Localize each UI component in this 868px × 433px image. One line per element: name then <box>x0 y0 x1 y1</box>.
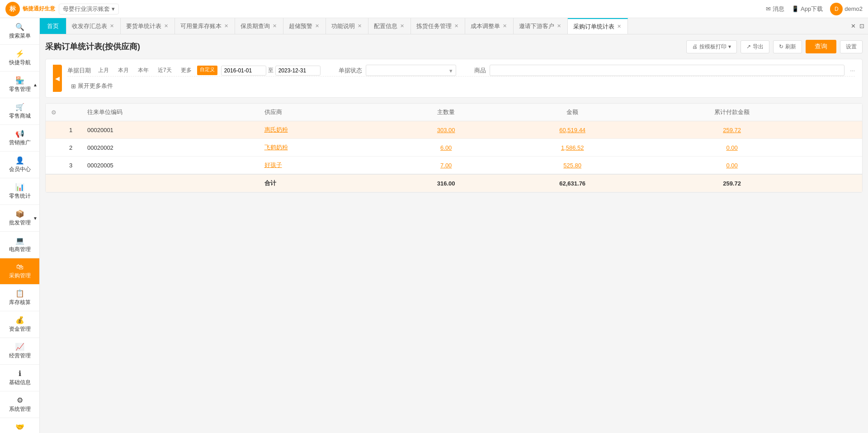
custom-badge: 自定义 <box>197 66 217 75</box>
tab-close-invite-downstream[interactable]: ✕ <box>556 23 562 29</box>
sidebar-item-retail-store[interactable]: 🛒 零售商城 <box>0 98 39 125</box>
supplier-link-1[interactable]: 惠氏奶粉 <box>264 126 288 133</box>
refresh-button[interactable]: ↻ 刷新 <box>773 40 802 53</box>
date-shortcuts: 上月 本月 本年 近7天 更多 自定义 <box>94 66 217 75</box>
sidebar-item-basic-info[interactable]: ℹ 基础信息 <box>0 365 39 391</box>
settings-button[interactable]: 设置 <box>840 40 863 53</box>
tab-cost-adjust[interactable]: 成本调整单 ✕ <box>465 18 514 34</box>
ecommerce-icon: 💻 <box>2 236 38 245</box>
tab-overstock-warning[interactable]: 超储预警 ✕ <box>283 18 326 34</box>
tab-receive-summary[interactable]: 收发存汇总表 ✕ <box>66 18 121 34</box>
maximize-button[interactable]: ⊡ <box>859 23 864 29</box>
page-content: 采购订单统计表(按供应商) 🖨 按模板打印 ▾ ↗ 导出 ↻ 刷新 <box>40 34 868 433</box>
expand-icon: ⊞ <box>71 83 76 90</box>
sidebar-item-retail-stats[interactable]: 📊 零售统计 <box>0 178 39 205</box>
amount-link-3[interactable]: 525.80 <box>563 162 581 169</box>
tab-close-function-desc[interactable]: ✕ <box>357 23 363 29</box>
row-amount-1: 60,519.44 <box>501 121 643 139</box>
shortcut-last-7-days[interactable]: 近7天 <box>154 66 175 75</box>
message-button[interactable]: ✉ 消息 <box>766 5 784 13</box>
tab-close-overstock-warning[interactable]: ✕ <box>314 23 320 29</box>
footer-main-qty: 316.00 <box>391 174 501 192</box>
table-row: 1 00020001 惠氏奶粉 303.00 60,519.44 <box>46 121 862 139</box>
sidebar: 🔍 搜索菜单 ⚡ 快捷导航 🏪 零售管理 ▲ 🛒 零售商城 📢 营销推广 👤 会… <box>0 18 40 433</box>
sidebar-item-marketing[interactable]: 📢 营销推广 <box>0 125 39 152</box>
app-download-button[interactable]: 📱 App下载 <box>792 5 823 13</box>
shortcut-this-month[interactable]: 本月 <box>114 66 132 75</box>
paid-amount-link-2[interactable]: 0.00 <box>726 144 737 151</box>
supplier-link-3[interactable]: 好孩子 <box>264 162 282 168</box>
message-icon: ✉ <box>766 5 771 12</box>
goods-input[interactable] <box>490 65 844 76</box>
chevron-down-icon: ▾ <box>112 5 115 12</box>
page-header: 采购订单统计表(按供应商) 🖨 按模板打印 ▾ ↗ 导出 ↻ 刷新 <box>45 40 863 53</box>
supplier-link-2[interactable]: 飞鹤奶粉 <box>264 144 288 151</box>
tab-close-expiry-query[interactable]: ✕ <box>272 23 278 29</box>
user-profile[interactable]: D demo2 <box>830 3 863 15</box>
sidebar-item-sys-mgmt[interactable]: ⚙ 系统管理 <box>0 391 39 418</box>
row-extra-2 <box>821 139 862 157</box>
sidebar-item-wholesale-mgmt[interactable]: 📦 批发管理 ▼ <box>0 205 39 232</box>
goods-input-more[interactable]: ··· <box>850 67 855 74</box>
paid-amount-link-1[interactable]: 259.72 <box>723 127 741 133</box>
date-to-input[interactable] <box>275 66 321 76</box>
main-qty-link-3[interactable]: 7.00 <box>440 162 452 169</box>
export-button[interactable]: ↗ 导出 <box>741 40 769 53</box>
sidebar-item-enterprise-collab[interactable]: 🤝 企业协同 <box>0 418 39 433</box>
main-qty-link-1[interactable]: 303.00 <box>437 127 455 133</box>
sidebar-item-quick-nav[interactable]: ⚡ 快捷导航 <box>0 45 39 71</box>
row-expand <box>46 157 64 175</box>
main-qty-link-2[interactable]: 6.00 <box>440 144 452 151</box>
content-area: 首页 收发存汇总表 ✕ 要货单统计表 ✕ 可用量库存账本 ✕ 保质期查询 ✕ 超… <box>40 18 868 433</box>
sidebar-item-search[interactable]: 🔍 搜索菜单 <box>0 18 39 45</box>
sidebar-item-inventory-check[interactable]: 📋 库存核算 <box>0 285 39 311</box>
sidebar-item-member-center[interactable]: 👤 会员中心 <box>0 152 39 178</box>
tab-close-pick-task-mgmt[interactable]: ✕ <box>453 23 459 29</box>
tab-available-stock[interactable]: 可用量库存账本 ✕ <box>175 18 235 34</box>
tab-close-available-stock[interactable]: ✕ <box>223 23 229 29</box>
finance-icon: 💰 <box>2 316 38 324</box>
close-all-tabs-button[interactable]: ✕ <box>851 23 856 29</box>
bill-status-select[interactable]: 草稿 已提交 已审核 <box>366 65 456 76</box>
sidebar-item-operations-mgmt[interactable]: 📈 经营管理 <box>0 338 39 365</box>
paid-amount-link-3[interactable]: 0.00 <box>726 162 737 169</box>
tab-pick-task-mgmt[interactable]: 拣货任务管理 ✕ <box>411 18 465 34</box>
tab-order-summary[interactable]: 要货单统计表 ✕ <box>121 18 175 34</box>
sidebar-item-retail-mgmt[interactable]: 🏪 零售管理 ▲ <box>0 71 39 98</box>
tab-close-receive-summary[interactable]: ✕ <box>109 23 115 29</box>
row-index-1: 1 <box>64 121 82 139</box>
sidebar-item-purchase-mgmt[interactable]: 🛍 采购管理 <box>0 258 39 285</box>
th-index <box>64 104 82 121</box>
amount-link-2[interactable]: 1,586.52 <box>561 144 584 151</box>
tab-purchase-stat[interactable]: 采购订单统计表 ✕ <box>568 18 628 34</box>
shortcut-this-year[interactable]: 本年 <box>134 66 152 75</box>
tab-config-info[interactable]: 配置信息 ✕ <box>368 18 411 34</box>
marketing-icon: 📢 <box>2 129 38 138</box>
template-print-button[interactable]: 🖨 按模板打印 ▾ <box>686 40 737 53</box>
shortcut-more[interactable]: 更多 <box>177 66 195 75</box>
top-bar-right: ✉ 消息 📱 App下载 D demo2 <box>766 3 863 15</box>
tab-close-cost-adjust[interactable]: ✕ <box>502 23 508 29</box>
amount-link-1[interactable]: 60,519.44 <box>559 127 585 133</box>
row-unit-code-3: 00020005 <box>82 157 259 175</box>
tab-expiry-query[interactable]: 保质期查询 ✕ <box>235 18 283 34</box>
tab-function-desc[interactable]: 功能说明 ✕ <box>326 18 368 34</box>
workspace-selector[interactable]: 母婴行业演示账套 ▾ <box>59 4 119 14</box>
tab-home[interactable]: 首页 <box>40 18 66 34</box>
row-paid-amount-1: 259.72 <box>643 121 821 139</box>
column-settings-icon[interactable]: ⚙ <box>51 109 57 116</box>
footer-row: 合计 316.00 62,631.76 259.72 <box>46 174 862 192</box>
sidebar-item-finance-mgmt[interactable]: 💰 资金管理 <box>0 311 39 338</box>
info-icon: ℹ <box>2 369 38 378</box>
expand-more-button[interactable]: ⊞ 展开更多条件 <box>67 80 117 92</box>
sidebar-item-ecommerce-mgmt[interactable]: 💻 电商管理 <box>0 232 39 258</box>
date-from-input[interactable] <box>221 66 266 76</box>
tab-close-config-info[interactable]: ✕ <box>399 23 405 29</box>
query-button[interactable]: 查询 <box>806 40 836 53</box>
filter-collapse-button[interactable]: ◀ <box>53 65 62 92</box>
tab-close-order-summary[interactable]: ✕ <box>163 23 169 29</box>
tab-close-purchase-stat[interactable]: ✕ <box>616 24 622 29</box>
chevron-down-icon: ▾ <box>728 43 731 50</box>
tab-invite-downstream[interactable]: 邀请下游客户 ✕ <box>514 18 568 34</box>
shortcut-last-month[interactable]: 上月 <box>94 66 113 75</box>
